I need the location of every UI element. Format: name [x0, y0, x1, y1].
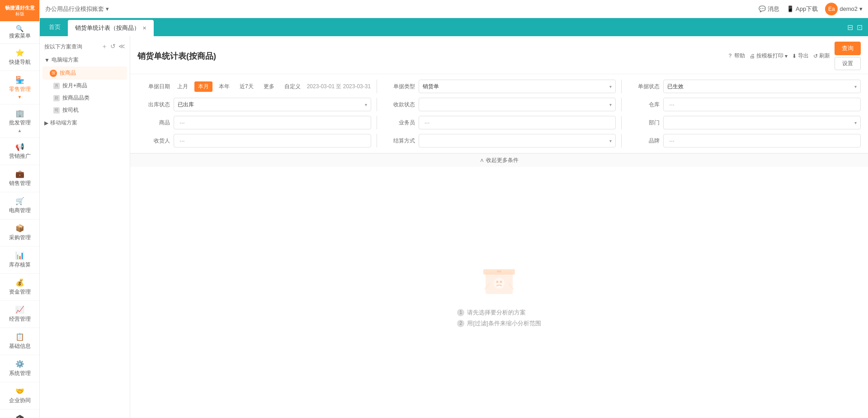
sidebar-search[interactable]: 🔍 搜索菜单 [0, 21, 39, 44]
app-download-btn[interactable]: 📱 App下载 [787, 5, 818, 13]
sidebar-item-sales[interactable]: 💼 销售管理 [0, 165, 39, 192]
tab-home[interactable]: 首页 [42, 18, 68, 36]
messages-btn[interactable]: 💬 消息 [759, 5, 779, 13]
collapse-panel-btn[interactable]: ≪ [118, 43, 125, 51]
collect-status-select[interactable]: ▾ [419, 98, 616, 111]
doc-type-select[interactable]: 销货单 ▾ [419, 80, 616, 93]
svg-point-2 [494, 278, 505, 289]
brand-dots[interactable]: ··· [669, 137, 675, 144]
scheme-item-by-category[interactable]: 目 按商品品类 [42, 92, 127, 104]
quicknav-label: 快捷导航 [9, 58, 31, 66]
print-label: 按模板打印 [756, 52, 783, 60]
date-tag-last-month[interactable]: 上月 [174, 81, 192, 92]
sidebar-item-retail[interactable]: 🏪 零售管理 ▼ [0, 71, 39, 104]
help-btn[interactable]: ？ 帮助 [727, 52, 745, 60]
retail-arrow: ▼ [18, 95, 22, 100]
add-scheme-btn[interactable]: ＋ [101, 43, 108, 51]
print-btn[interactable]: 🖨 按模板打印 ▾ [750, 52, 788, 60]
marketing-icon: 📢 [15, 142, 24, 151]
out-status-label: 出库状态 [137, 101, 174, 109]
left-panel: 按以下方案查询 ＋ ↺ ≪ ▼ 电脑端方案 按 按商品 月 按月 [40, 36, 130, 418]
doc-status-select[interactable]: 已生效 ▾ [663, 80, 861, 93]
date-tag-more[interactable]: 更多 [260, 81, 278, 92]
industry-name: 办公用品行业模拟账套 [45, 5, 104, 13]
date-tag-this-year[interactable]: 本年 [215, 81, 233, 92]
sidebar-item-marketing[interactable]: 📢 营销推广 [0, 138, 39, 165]
scheme-section-pc-arrow: ▼ [44, 57, 50, 63]
tab-minimize-btn[interactable]: ⊟ [847, 23, 853, 32]
doc-type-chevron: ▾ [609, 84, 612, 89]
sidebar-item-finance[interactable]: 💰 资金管理 [0, 274, 39, 301]
salesperson-dots[interactable]: ··· [425, 119, 430, 126]
newbie-icon: 🎓 [15, 414, 24, 418]
filter-row-3: 商品 ··· 业务员 ··· [137, 116, 861, 129]
sidebar-item-inventory[interactable]: 📊 库存核算 [0, 247, 39, 274]
tab-close-btn[interactable]: ✕ [142, 25, 146, 31]
wholesale-label: 批发管理 [9, 119, 31, 127]
filter-area: 单据日期 上月 本月 本年 近7天 更多 自定义 2023-03-01 至 20… [130, 74, 868, 153]
help-icon: ？ [727, 52, 733, 60]
top-header: 办公用品行业模拟账套 ▾ 💬 消息 📱 App下载 Ea demo2 ▾ [40, 0, 868, 18]
app-logo: 畅捷通好生意 标版 [0, 0, 39, 21]
dept-select[interactable]: ▾ [663, 116, 861, 129]
date-tag-this-month[interactable]: 本月 [194, 81, 212, 92]
settings-button[interactable]: 设置 [835, 57, 861, 70]
scheme-section-pc-title[interactable]: ▼ 电脑端方案 [42, 53, 127, 66]
receiver-dots[interactable]: ··· [179, 137, 185, 144]
sidebar-item-enterprise[interactable]: 🤝 企业协同 [0, 382, 39, 409]
tip-text-1: 请先选择要分析的方案 [467, 309, 526, 317]
industry-dropdown[interactable]: 办公用品行业模拟账套 ▾ [45, 5, 109, 13]
divider-3 [377, 98, 377, 111]
refresh-btn[interactable]: ↺ 刷新 [813, 52, 830, 60]
tab-maximize-btn[interactable]: ⊡ [857, 23, 863, 32]
warehouse-dots[interactable]: ··· [669, 101, 675, 108]
out-status-value: 已出库 [178, 101, 194, 109]
export-label: 导出 [798, 52, 809, 60]
date-tag-7days[interactable]: 近7天 [236, 81, 257, 92]
collect-status-label: 收款状态 [382, 101, 419, 109]
scheme-section-mobile-title[interactable]: ▶ 移动端方案 [42, 116, 127, 129]
message-icon: 💬 [759, 5, 766, 12]
sidebar-item-operations[interactable]: 📈 经营管理 [0, 301, 39, 328]
quicknav-icon: ⭐ [15, 48, 24, 57]
page-title: 销货单统计表(按商品) [137, 51, 216, 62]
retail-icon: 🏪 [15, 76, 24, 84]
warehouse-input[interactable]: ··· [663, 98, 861, 111]
system-icon: ⚙️ [15, 360, 24, 368]
sidebar-item-purchase[interactable]: 📦 采购管理 [0, 219, 39, 247]
tab-sales-stat[interactable]: 销货单统计表（按商品） ✕ [68, 20, 154, 36]
scheme-item-by-product[interactable]: 按 按商品 [42, 66, 127, 80]
operations-label: 经营管理 [9, 315, 31, 323]
collapse-bar[interactable]: ∧ 收起更多条件 [130, 153, 868, 167]
export-btn[interactable]: ⬇ 导出 [792, 52, 809, 60]
sidebar-item-ecommerce[interactable]: 🛒 电商管理 [0, 192, 39, 219]
refresh-scheme-btn[interactable]: ↺ [110, 43, 116, 51]
payment-method-select[interactable]: ▾ [419, 134, 616, 147]
ecommerce-label: 电商管理 [9, 207, 31, 214]
scheme-active-dot: 按 [50, 70, 57, 77]
sidebar-item-basic[interactable]: 📋 基础信息 [0, 328, 39, 355]
sidebar-item-newbie[interactable]: 🎓 新手引导 [0, 409, 39, 418]
brand-input[interactable]: ··· [663, 134, 861, 147]
scheme-item-by-month-product[interactable]: 月 按月+商品 [42, 80, 127, 92]
date-tag-custom[interactable]: 自定义 [281, 81, 304, 92]
scheme-section-mobile-label: 移动端方案 [50, 119, 77, 127]
query-button[interactable]: 查询 [835, 42, 861, 55]
product-input[interactable]: ··· [174, 116, 371, 129]
receiver-input[interactable]: ··· [174, 134, 371, 147]
sidebar: 畅捷通好生意 标版 🔍 搜索菜单 ⭐ 快捷导航 🏪 零售管理 ▼ 🏢 批发管理 … [0, 0, 40, 418]
scheme-item-by-cashier[interactable]: 司 按司机 [42, 104, 127, 116]
sidebar-item-quicknav[interactable]: ⭐ 快捷导航 [0, 44, 39, 71]
header-right: 💬 消息 📱 App下载 Ea demo2 ▾ [759, 3, 863, 15]
sidebar-item-wholesale[interactable]: 🏢 批发管理 ▲ [0, 104, 39, 138]
dept-chevron: ▾ [854, 120, 857, 125]
out-status-select[interactable]: 已出库 ▾ [174, 98, 371, 111]
filter-row-4: 收货人 ··· 结算方式 ▾ [137, 134, 861, 147]
user-menu[interactable]: Ea demo2 ▾ [825, 3, 863, 15]
header-left: 办公用品行业模拟账套 ▾ [45, 5, 109, 13]
inventory-label: 库存核算 [9, 261, 31, 269]
product-dots[interactable]: ··· [179, 119, 185, 126]
marketing-label: 营销推广 [9, 152, 31, 160]
sidebar-item-system[interactable]: ⚙️ 系统管理 [0, 355, 39, 382]
salesperson-input[interactable]: ··· [419, 116, 616, 129]
